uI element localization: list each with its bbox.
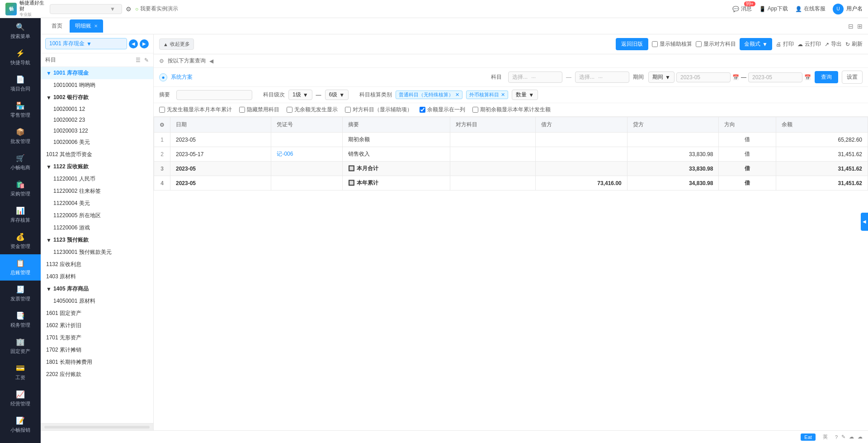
return-oldver-button[interactable]: 返回旧版 xyxy=(616,38,648,50)
topbar-search[interactable]: ▼ xyxy=(50,4,122,14)
account-nav-next[interactable]: ▶ xyxy=(140,39,149,48)
tree-item-1702[interactable]: 1702 累计摊销 xyxy=(41,344,153,356)
tree-item-1405[interactable]: ▼ 1405 库存商品 xyxy=(41,283,153,295)
filter-tag-foreign-close[interactable]: ✕ xyxy=(501,92,505,98)
tree-item-11220002[interactable]: 11220002 往来标签 xyxy=(41,185,153,197)
sidebar-item-salary[interactable]: 💳 工资 xyxy=(0,359,41,386)
user-menu[interactable]: U 用户名 xyxy=(833,4,863,14)
tree-item-11220006[interactable]: 11220006 游戏 xyxy=(41,222,153,234)
sidebar-item-invoice[interactable]: 🧾 发票管理 xyxy=(0,281,41,307)
tab-collapse-icon[interactable]: ⊟ xyxy=(848,23,854,30)
tree-item-11220004[interactable]: 11220004 美元 xyxy=(41,197,153,210)
message-button[interactable]: 💬 消息 99+ xyxy=(732,5,752,13)
cb-no-balance[interactable]: 无余额无发生显示 xyxy=(287,106,338,114)
panel-list-icon[interactable]: ☰ xyxy=(136,57,141,63)
sidebar-item-purchase[interactable]: 🛍️ 采购管理 xyxy=(0,176,41,202)
show-contra-checkbox[interactable]: 显示对方科目 xyxy=(696,40,736,48)
sidebar-item-inventory[interactable]: 📊 库存核算 xyxy=(0,202,41,228)
settings-button[interactable]: 设置 xyxy=(842,71,863,84)
tree-item-11220005[interactable]: 11220005 所在地区 xyxy=(41,210,153,222)
status-help-icon[interactable]: ? xyxy=(835,434,838,440)
cb-hide-disabled[interactable]: 隐藏禁用科目 xyxy=(239,106,279,114)
period-type-select[interactable]: 期间 ▼ xyxy=(648,71,675,83)
tree-item-1012[interactable]: 1012 其他货币资金 xyxy=(41,148,153,161)
show-auxiliary-checkbox[interactable]: 显示辅助核算 xyxy=(652,40,692,48)
refresh-button[interactable]: ↻ 刷新 xyxy=(845,40,863,48)
sidebar-item-contract[interactable]: 📄 项目合同 xyxy=(0,71,41,97)
status-eat-button[interactable]: Eat xyxy=(801,433,816,441)
online-service-button[interactable]: 👤 在线客服 xyxy=(795,5,826,13)
print-button[interactable]: 🖨 打印 xyxy=(776,40,794,48)
cb-no-amount[interactable]: 无发生额显示本月本年累计 xyxy=(159,106,232,114)
tab-expand-icon[interactable]: ⊞ xyxy=(857,23,863,30)
tree-item-11220001[interactable]: 11220001 人民币 xyxy=(41,173,153,185)
status-cloud-icon[interactable]: ☁ xyxy=(849,434,854,440)
demo-link[interactable]: ○ 我要看实例演示 xyxy=(135,5,178,13)
sidebar-item-assets[interactable]: 🏢 固定资产 xyxy=(0,333,41,359)
left-panel-scrollbar[interactable] xyxy=(41,423,153,430)
style-button[interactable]: 金额式 ▼ xyxy=(740,38,772,50)
tree-item-10010001[interactable]: 10010001 哟哟哟 xyxy=(41,79,153,91)
status-edit-icon[interactable]: ✎ xyxy=(841,434,845,440)
tree-item-11230001[interactable]: 11230001 预付账款美元 xyxy=(41,246,153,258)
account-nav-prev[interactable]: ◀ xyxy=(129,39,138,48)
tree-item-1701[interactable]: 1701 无形资产 xyxy=(41,332,153,344)
tab-home[interactable]: 首页 xyxy=(46,19,68,33)
status-lang-button[interactable]: 英 xyxy=(819,433,831,441)
qty-select[interactable]: 数量 ▼ xyxy=(512,90,538,100)
topbar-gear-icon[interactable]: ⚙ xyxy=(126,5,132,13)
collapse-more-button[interactable]: ▲ 收起更多 xyxy=(159,38,194,50)
tree-item-10020002[interactable]: 10020002 23 xyxy=(41,114,153,125)
tree-item-14050001[interactable]: 14050001 原材料 xyxy=(41,295,153,307)
sidebar-item-ecommerce[interactable]: 🛒 小畅电商 xyxy=(0,149,41,176)
tree-item-10020006[interactable]: 10020006 美元 xyxy=(41,136,153,148)
tree-item-1123[interactable]: ▼ 1123 预付账款 xyxy=(41,234,153,246)
sidebar-item-finance[interactable]: 💰 资金管理 xyxy=(0,228,41,254)
sidebar-item-basic[interactable]: ℹ️ 基础信息 xyxy=(0,438,41,443)
tree-item-10020003[interactable]: 10020003 122 xyxy=(41,125,153,136)
subject-input[interactable]: 选择... ··· xyxy=(508,71,562,83)
filter-tag-normal-close[interactable]: ✕ xyxy=(455,92,459,98)
sidebar-item-ledger[interactable]: 📋 总账管理 xyxy=(0,254,41,281)
sidebar-item-wholesale[interactable]: 📦 批发管理 xyxy=(0,123,41,149)
level-from-select[interactable]: 1级 ▼ xyxy=(288,90,312,100)
tree-item-1601[interactable]: 1601 固定资产 xyxy=(41,307,153,319)
search-input[interactable] xyxy=(54,6,108,12)
cb-balance-col[interactable]: 余额显示在一列 xyxy=(420,106,465,114)
sidebar-item-operations[interactable]: 📈 经营管理 xyxy=(0,386,41,412)
status-sync-icon[interactable]: ☁ xyxy=(858,434,863,440)
cloud-print-button[interactable]: ☁ 云打印 xyxy=(797,40,821,48)
panel-edit-icon[interactable]: ✎ xyxy=(144,57,149,63)
summary-input[interactable] xyxy=(176,90,252,100)
col-gear[interactable]: ⚙ xyxy=(154,117,170,133)
tab-detail[interactable]: 明细账 ✕ xyxy=(70,19,103,33)
tree-item-1801[interactable]: 1801 长期待摊费用 xyxy=(41,356,153,368)
settings-icon[interactable]: ⚙ xyxy=(159,58,164,64)
tree-item-2202[interactable]: 2202 应付账款 xyxy=(41,368,153,381)
tab-close-icon[interactable]: ✕ xyxy=(94,24,98,29)
sidebar-item-tax[interactable]: 📑 税务管理 xyxy=(0,307,41,333)
export-button[interactable]: ↗ 导出 xyxy=(825,40,842,48)
level-to-select[interactable]: 6级 ▼ xyxy=(325,90,349,100)
subject-to-input[interactable]: 选择... ··· xyxy=(575,71,629,83)
cb-contra[interactable]: 对方科目（显示辅助项） xyxy=(345,106,412,114)
sidebar-item-sales-report[interactable]: 📝 小畅报销 xyxy=(0,412,41,438)
collapse-icon[interactable]: ◀ xyxy=(209,58,213,64)
account-tree[interactable]: ▼ 1001 库存现金 10010001 哟哟哟 ▼ 1002 银行存款 100… xyxy=(41,67,153,423)
tree-item-1001[interactable]: ▼ 1001 库存现金 xyxy=(41,67,153,79)
tree-item-1602[interactable]: 1602 累计折旧 xyxy=(41,319,153,332)
cb-opening-balance[interactable]: 期初余额显示本年累计发生额 xyxy=(472,106,551,114)
scroll-track[interactable] xyxy=(44,426,150,429)
tree-item-1403[interactable]: 1403 原材料 xyxy=(41,271,153,283)
sidebar-item-search[interactable]: 🔍 搜索菜单 xyxy=(0,18,41,44)
calendar-from-icon[interactable]: 📅 xyxy=(732,74,739,81)
tree-item-1122[interactable]: ▼ 1122 应收账款 xyxy=(41,161,153,173)
calendar-to-icon[interactable]: 📅 xyxy=(804,74,811,81)
side-collapse-button[interactable]: ◀ xyxy=(861,213,868,231)
tree-item-1132[interactable]: 1132 应收利息 xyxy=(41,258,153,271)
query-button[interactable]: 查询 xyxy=(815,71,838,83)
table-gear-icon[interactable]: ⚙ xyxy=(160,122,165,128)
voucher-link[interactable]: 记-006 xyxy=(277,151,293,157)
tree-item-1002[interactable]: ▼ 1002 银行存款 xyxy=(41,91,153,104)
sidebar-item-retail[interactable]: 🏪 零售管理 xyxy=(0,97,41,123)
